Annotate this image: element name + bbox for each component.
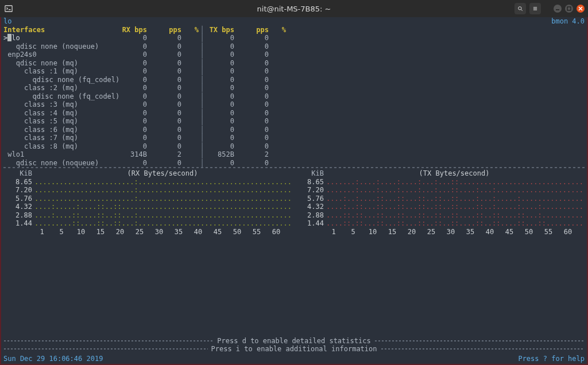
chart-row: 1.44....::.::...::...::...::..::..::....… xyxy=(295,219,585,228)
table-row[interactable]: qdisc none (noqueue)00│00 xyxy=(3,42,585,51)
chart-trace: ....:..::...::...::...::..::..::....::..… xyxy=(326,203,585,211)
x-label: 1 xyxy=(324,228,343,236)
hamburger-menu-button[interactable] xyxy=(529,3,541,14)
table-row[interactable]: qdisc none (fq_codel)00│00 xyxy=(3,92,585,101)
column-separator: │ xyxy=(199,159,206,168)
table-row[interactable]: class :1 (mq)00│00 xyxy=(3,67,585,76)
iface-name: class :5 (mq) xyxy=(3,117,118,126)
table-row[interactable]: qdisc none (noqueue)00│00 xyxy=(3,159,585,168)
tx-pps: 0 xyxy=(234,142,269,151)
table-row[interactable]: class :4 (mq)00│00 xyxy=(3,109,585,118)
tx-pct xyxy=(269,51,286,59)
x-label: 40 xyxy=(480,228,500,236)
tx-xaxis: 151015202530354045505560 xyxy=(295,228,585,236)
column-separator: │ xyxy=(199,134,206,142)
rx-pps: 0 xyxy=(147,51,181,59)
rx-bps: 314B xyxy=(118,150,147,159)
rx-pps: 0 xyxy=(147,76,181,84)
chart-trace: ....:....::....::..::...:...............… xyxy=(34,211,293,220)
rx-pct xyxy=(181,142,199,151)
rx-pps: 0 xyxy=(147,159,181,168)
y-label: 5.76 xyxy=(3,195,34,203)
table-row[interactable]: >lo00│00 xyxy=(3,34,585,42)
tx-pps: 0 xyxy=(234,100,269,109)
column-separator: │ xyxy=(199,150,206,159)
table-row[interactable]: class :3 (mq)00│00 xyxy=(3,100,585,109)
tx-pps: 0 xyxy=(234,134,269,142)
y-label: 2.88 xyxy=(295,211,326,220)
table-header: Interfaces RX bps pps % │ TX bps pps % xyxy=(1,26,587,34)
x-label: 5 xyxy=(52,228,71,236)
rx-pps: 0 xyxy=(147,34,181,42)
chart-trace: ........................:...............… xyxy=(34,178,293,187)
chart-row: 5.76........................:...........… xyxy=(3,195,293,203)
rx-pct xyxy=(181,92,199,101)
charts-area: KiB (RX Bytes/second) 8.65..............… xyxy=(1,168,587,236)
tx-pps: 0 xyxy=(234,59,269,68)
table-row[interactable]: class :6 (mq)00│00 xyxy=(3,126,585,134)
x-label: 10 xyxy=(71,228,91,236)
maximize-button[interactable] xyxy=(565,5,573,13)
tx-title: (TX Bytes/second) xyxy=(419,169,490,177)
tx-pps: 0 xyxy=(234,159,269,168)
tx-pct xyxy=(269,34,286,42)
hint-i: Press i to enable additional information xyxy=(211,345,377,354)
rx-bps: 0 xyxy=(118,142,147,151)
chart-row: 8.65........................:...........… xyxy=(3,178,293,187)
tx-bps: 0 xyxy=(206,84,234,92)
search-button[interactable] xyxy=(514,3,526,14)
column-separator: │ xyxy=(199,34,206,42)
table-row[interactable]: class :5 (mq)00│00 xyxy=(3,117,585,126)
rx-pps: 0 xyxy=(147,92,181,101)
clock: Sun Dec 29 16:06:46 2019 xyxy=(3,355,103,363)
chart-trace: .......:....:....:....:...:...::....:...… xyxy=(326,186,585,195)
minimize-button[interactable] xyxy=(554,5,562,13)
terminal[interactable]: lo bmon 4.0 Interfaces RX bps pps % │ TX… xyxy=(1,17,587,364)
tx-pct xyxy=(269,42,286,51)
iface-name: qdisc none (fq_codel) xyxy=(3,92,118,101)
x-label: 30 xyxy=(149,228,169,236)
tx-pps: 0 xyxy=(234,84,269,92)
chart-trace: ........................:...............… xyxy=(34,195,293,203)
rx-bps: 0 xyxy=(118,109,147,118)
table-row[interactable]: wlo1314B2│852B2 xyxy=(3,150,585,159)
tx-pct xyxy=(269,92,286,101)
table-row[interactable]: qdisc none (fq_codel)00│00 xyxy=(3,76,585,84)
x-label: 25 xyxy=(130,228,149,236)
rx-bps: 0 xyxy=(118,126,147,134)
iface-name: class :4 (mq) xyxy=(3,109,118,118)
rx-pps: 2 xyxy=(147,150,181,159)
x-label: 30 xyxy=(441,228,461,236)
tx-pct xyxy=(269,142,286,151)
help-hint: Press ? for help xyxy=(518,355,585,363)
table-row[interactable]: enp24s000│00 xyxy=(3,51,585,59)
table-row[interactable]: qdisc none (mq)00│00 xyxy=(3,59,585,68)
svg-rect-2 xyxy=(567,7,571,10)
tx-unit: KiB xyxy=(295,169,324,178)
chart-trace: ....:.....:....::..::...................… xyxy=(34,203,293,211)
rx-pct xyxy=(181,59,199,68)
tx-pct xyxy=(269,59,286,68)
rx-pct xyxy=(181,34,199,42)
tx-pps: 0 xyxy=(234,34,269,42)
chart-row: 1.44.........::....::..::...:...........… xyxy=(3,219,293,228)
tx-bps: 0 xyxy=(206,76,234,84)
table-row[interactable]: class :7 (mq)00│00 xyxy=(3,134,585,142)
rx-pct xyxy=(181,51,199,59)
rx-pps: 0 xyxy=(147,109,181,118)
table-row[interactable]: class :2 (mq)00│00 xyxy=(3,84,585,92)
iface-name: >lo xyxy=(3,34,118,42)
tx-pps: 0 xyxy=(234,126,269,134)
table-row[interactable]: class :8 (mq)00│00 xyxy=(3,142,585,151)
tx-pps: 2 xyxy=(234,150,269,159)
close-button[interactable] xyxy=(577,5,585,13)
tx-bps: 0 xyxy=(206,159,234,168)
tx-pct xyxy=(269,117,286,126)
tx-bps: 852B xyxy=(206,150,234,159)
window-titlebar: nit@nit-MS-7B85: ~ xyxy=(0,0,588,17)
rx-pct xyxy=(181,67,199,76)
column-separator: │ xyxy=(199,59,206,68)
y-label: 5.76 xyxy=(295,195,326,203)
tx-bps: 0 xyxy=(206,100,234,109)
chart-row: 5.76....:..:....::...::...::..::..::....… xyxy=(295,195,585,203)
